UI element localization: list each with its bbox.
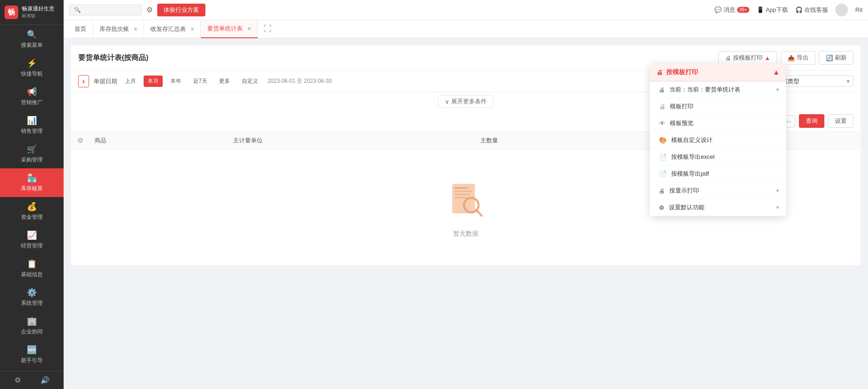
- dropdown-item-template-print[interactable]: 🖨模板打印: [650, 98, 786, 115]
- svg-rect-1: [454, 187, 468, 189]
- dropdown-item-export-excel[interactable]: 📄按模板导出excel: [650, 149, 786, 166]
- sidebar-item-label: 搜索菜单: [21, 41, 43, 49]
- tab-close-batch-account[interactable]: ×: [134, 25, 137, 33]
- dropdown-sub-item-display-print[interactable]: 🖨按显示打印▾: [650, 182, 786, 199]
- set-default-label: 设置默认功能: [669, 203, 704, 212]
- headset-icon: 🎧: [795, 6, 803, 13]
- display-print-icon: 🖨: [659, 187, 665, 194]
- refresh-icon: 🔄: [826, 55, 833, 61]
- sidebar-item-sales[interactable]: 📊销售管理: [0, 111, 64, 140]
- message-icon: 💬: [714, 6, 722, 13]
- topbar-actions: 💬 消息 99+ 📱 App下载 🎧 在线客服 Rit: [714, 4, 863, 16]
- sidebar-item-label: 营销推广: [21, 99, 43, 106]
- empty-text: 暂无数据: [453, 230, 479, 238]
- export-pdf-label: 按模板导出pdf: [671, 170, 709, 178]
- search-icon: 🔍: [27, 30, 37, 40]
- app-download-action[interactable]: 📱 App下载: [757, 6, 788, 14]
- expand-down-icon: ∨: [445, 98, 449, 105]
- sidebar-item-guide[interactable]: 🆕新手引导: [0, 340, 64, 369]
- filter-expand-icon[interactable]: ›: [78, 75, 89, 87]
- template-design-icon: 🎨: [659, 136, 667, 144]
- maximize-icon[interactable]: ⛶: [264, 24, 272, 34]
- speaker-icon[interactable]: 🔊: [40, 376, 50, 384]
- topbar-gear-icon[interactable]: ⚙: [146, 5, 153, 14]
- tab-receipt-summary[interactable]: 收发存汇总表×: [144, 20, 201, 38]
- sidebar-item-operations[interactable]: 📈经营管理: [0, 226, 64, 254]
- dropdown-close-icon[interactable]: ▲: [773, 68, 780, 76]
- sidebar-item-finance[interactable]: 💰资金管理: [0, 197, 64, 226]
- svg-line-6: [476, 210, 482, 216]
- refresh-button[interactable]: 🔄 刷新: [819, 51, 853, 65]
- sidebar-logo: 畅 畅康通好生意 标准版: [0, 0, 64, 25]
- tab-label-home: 首页: [75, 25, 86, 33]
- dropdown-sub-item-set-default[interactable]: ⚙设置默认功能▾: [650, 199, 786, 216]
- tab-home[interactable]: 首页: [68, 20, 93, 38]
- sidebar-item-system[interactable]: ⚙️系统管理: [0, 283, 64, 312]
- col-quantity: 主数量: [475, 132, 650, 150]
- basic-icon: 📋: [27, 259, 37, 269]
- sidebar: 畅 畅康通好生意 标准版 🔍搜索菜单⚡快捷导航📢营销推广📊销售管理🛒采购管理🏪库…: [0, 0, 64, 389]
- svg-rect-2: [454, 191, 472, 192]
- dropdown-current-item[interactable]: 🖨 当前：当前：要货单统计表 ▾: [650, 81, 786, 98]
- date-prev-month[interactable]: 上月: [121, 76, 140, 87]
- search-box[interactable]: 🔍: [69, 5, 142, 15]
- tab-batch-account[interactable]: 库存批次账×: [93, 20, 144, 38]
- dropdown-header: 🖨 按模板打印 ▲: [650, 64, 786, 81]
- export-excel-icon: 📄: [659, 153, 667, 161]
- export-icon: 📤: [788, 55, 795, 61]
- set-default-icon: ⚙: [659, 204, 664, 211]
- search-icon: 🔍: [74, 7, 81, 13]
- sidebar-item-enterprise[interactable]: 🏢企业协同: [0, 312, 64, 340]
- date-current-year[interactable]: 本年: [166, 76, 185, 87]
- dropdown-item-template-design[interactable]: 🎨模板自定义设计: [650, 132, 786, 149]
- enterprise-icon: 🏢: [27, 316, 37, 326]
- template-print-icon: 🖨: [659, 103, 665, 110]
- query-button[interactable]: 查询: [799, 114, 824, 128]
- sidebar-item-search[interactable]: 🔍搜索菜单: [0, 25, 64, 54]
- inventory-icon: 🏪: [27, 173, 37, 183]
- dropdown-print-icon: 🖨: [656, 69, 663, 76]
- dropdown-item-export-pdf[interactable]: 📄按模板导出pdf: [650, 166, 786, 182]
- user-avatar[interactable]: [835, 4, 848, 16]
- tab-close-order-stats[interactable]: ×: [247, 25, 251, 32]
- date-custom[interactable]: 自定义: [238, 76, 262, 87]
- expand-more-button[interactable]: ∨ 展开更多条件: [438, 95, 494, 108]
- sidebar-item-quick-nav[interactable]: ⚡快捷导航: [0, 54, 64, 82]
- tab-label-receipt-summary: 收发存汇总表: [150, 25, 186, 33]
- topbar: 🔍 ⚙ 体验行业方案 💬 消息 99+ 📱 App下载 🎧 在线客服 Rit: [64, 0, 868, 20]
- template-design-label: 模板自定义设计: [671, 136, 713, 144]
- tab-label-order-stats: 要货单统计表: [207, 25, 243, 33]
- date-more[interactable]: 更多: [215, 76, 234, 87]
- sidebar-item-label: 快捷导航: [21, 70, 43, 78]
- sidebar-item-label: 新手引导: [21, 357, 43, 364]
- empty-illustration: [443, 177, 489, 222]
- tab-order-stats[interactable]: 要货单统计表×: [201, 20, 258, 38]
- sidebar-item-label: 采购管理: [21, 156, 43, 164]
- settings-icon[interactable]: ⚙: [15, 376, 21, 384]
- date-current-month[interactable]: 本月: [144, 76, 163, 87]
- export-excel-label: 按模板导出excel: [671, 153, 714, 161]
- sidebar-item-marketing[interactable]: 📢营销推广: [0, 82, 64, 111]
- messages-action[interactable]: 💬 消息 99+: [714, 6, 749, 14]
- sidebar-item-basic[interactable]: 📋基础信息: [0, 254, 64, 283]
- tab-close-receipt-summary[interactable]: ×: [190, 25, 194, 33]
- dropdown-item-template-preview[interactable]: 👁模板预览: [650, 115, 786, 132]
- sidebar-item-inventory[interactable]: 🏪库存核算: [0, 168, 64, 197]
- online-service-action[interactable]: 🎧 在线客服: [795, 6, 828, 14]
- date-last7days[interactable]: 近7天: [189, 76, 211, 87]
- col-settings[interactable]: ⚙: [71, 132, 89, 150]
- trial-button[interactable]: 体验行业方案: [157, 4, 205, 16]
- sales-icon: 📊: [27, 116, 37, 126]
- print-template-button[interactable]: 🖨 按模板打印 ▲: [718, 51, 777, 65]
- phone-icon: 📱: [757, 6, 764, 13]
- sidebar-item-purchase[interactable]: 🛒采购管理: [0, 140, 64, 168]
- sidebar-item-label: 基础信息: [21, 271, 43, 278]
- app-name: 畅康通好生意 标准版: [22, 5, 55, 19]
- dropdown-title-area: 🖨 按模板打印: [656, 68, 698, 76]
- sidebar-item-label: 经营管理: [21, 242, 43, 250]
- sidebar-item-label: 企业协同: [21, 328, 43, 336]
- settings-button[interactable]: 设置: [828, 114, 853, 128]
- export-button[interactable]: 📤 导出: [781, 51, 815, 65]
- template-preview-icon: 👁: [659, 120, 665, 127]
- current-icon: 🖨: [659, 86, 665, 93]
